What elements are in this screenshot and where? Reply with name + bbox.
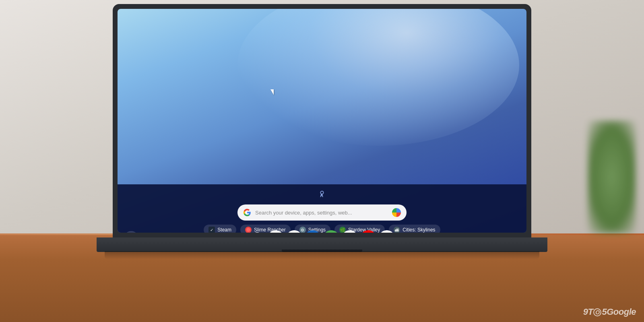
launcher-key-icon (316, 189, 328, 200)
meet-icon (288, 232, 300, 233)
shelf-app-camera[interactable] (323, 230, 339, 233)
shelf-app-gmail[interactable] (268, 230, 284, 233)
laptop-base (97, 237, 547, 252)
camera-icon (325, 232, 337, 233)
svg-rect-17 (362, 232, 374, 233)
shelf-app-photos[interactable] (379, 230, 395, 233)
chromeos-shelf: Search your device, apps, settings, web.… (118, 184, 526, 233)
laptop-bezel: Search your device, apps, settings, web.… (113, 4, 531, 237)
chromeos-screen: Search your device, apps, settings, web.… (118, 9, 526, 233)
youtube-icon (362, 232, 374, 233)
svg-rect-9 (288, 232, 300, 233)
wallpaper-arc (237, 9, 519, 146)
chip-cities-skylines[interactable]: 🏙 Cities: Skylines (389, 225, 440, 233)
launcher-area: Search your device, apps, settings, web.… (118, 184, 526, 233)
svg-rect-19 (381, 232, 393, 233)
plant-decoration (588, 121, 636, 233)
photos-icon (381, 232, 393, 233)
scene: Search your device, apps, settings, web.… (0, 0, 644, 322)
gmail-icon (270, 232, 282, 233)
shelf-app-files[interactable] (305, 230, 321, 233)
play-store-icon (344, 232, 356, 233)
laptop: Search your device, apps, settings, web.… (97, 0, 547, 322)
steam-icon: ✓ (208, 227, 215, 233)
watermark: 9TO5Google (583, 307, 636, 317)
shelf-center-apps (249, 230, 395, 233)
svg-rect-8 (270, 232, 282, 233)
svg-rect-13 (325, 232, 337, 233)
shelf-app-youtube[interactable] (360, 230, 376, 233)
chip-steam[interactable]: ✓ Steam (204, 225, 236, 233)
svg-point-0 (320, 191, 323, 194)
search-placeholder: Search your device, apps, settings, web.… (255, 210, 388, 216)
search-bar[interactable]: Search your device, apps, settings, web.… (237, 204, 407, 221)
svg-point-4 (251, 232, 263, 233)
svg-rect-16 (344, 232, 356, 233)
files-icon (307, 232, 319, 233)
chrome-icon (251, 232, 264, 233)
svg-rect-12 (307, 232, 319, 233)
chip-steam-label: Steam (217, 227, 231, 233)
google-g-logo (243, 208, 251, 217)
assistant-button[interactable] (392, 208, 401, 217)
shelf-app-play[interactable] (342, 230, 358, 233)
mouse-cursor (270, 89, 274, 95)
shelf-app-chrome[interactable] (249, 230, 265, 233)
chip-cities-label: Cities: Skylines (402, 227, 435, 233)
shelf-app-meet[interactable] (286, 230, 302, 233)
laptop-edge-shadow (105, 251, 539, 259)
